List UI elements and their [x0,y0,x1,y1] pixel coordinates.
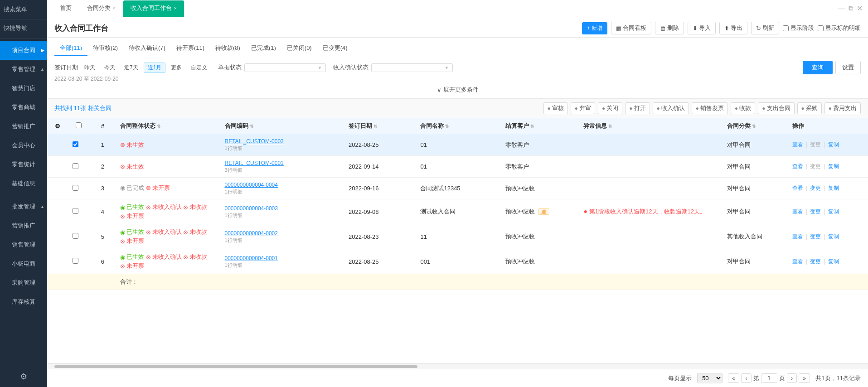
page-size-select[interactable]: 10 20 50 100 [697,373,723,383]
td-check-5[interactable] [68,224,90,249]
filter-tab-pending-review[interactable]: 待审核(2) [87,41,123,56]
horizontal-scrollbar[interactable] [47,363,868,369]
copy-btn-5[interactable]: 复制 [828,233,839,241]
code-link-6[interactable]: 0000000000004-0001 [225,255,278,261]
refresh-button[interactable]: ↻ 刷新 [751,22,779,34]
sidebar-item-retail-mall[interactable]: 零售商城 [0,98,47,117]
edit-btn-2[interactable]: 变更 [810,163,821,170]
code-link-2[interactable]: RETAIL_CUSTOM-0001 [225,160,284,166]
sidebar-item-purchase-mgmt[interactable]: 采购管理 [0,273,47,292]
th-customer-sort[interactable]: 结算客户 ⇅ [505,122,534,130]
copy-btn-2[interactable]: 复制 [828,163,839,170]
th-name-sort[interactable]: 合同名称 ⇅ [420,122,449,130]
sales-invoice-button[interactable]: ● 销售发票 [692,102,728,114]
import-button[interactable]: ⬇ 导入 [688,22,716,34]
td-check-4[interactable] [68,199,90,224]
edit-btn-1[interactable]: 变更 [810,141,821,149]
row-checkbox-6[interactable] [73,258,78,264]
row-checkbox-5[interactable] [73,233,78,239]
code-link-1[interactable]: RETAIL_CUSTOM-0003 [225,138,284,145]
purchase-button[interactable]: ● 采购 [797,102,822,114]
td-check-1[interactable] [68,134,90,156]
tab-close-contract-category[interactable]: × [112,5,115,11]
view-btn-1[interactable]: 查看 [792,141,803,149]
last-page-button[interactable]: » [799,373,810,383]
th-code-sort[interactable]: 合同编码 ⇅ [225,122,253,130]
tab-contract-category[interactable]: 合同分类 × [80,0,122,17]
edit-btn-6[interactable]: 变更 [810,258,821,266]
view-btn-4[interactable]: 查看 [792,208,803,216]
td-check-6[interactable] [68,249,90,274]
page-number-input[interactable] [761,373,777,383]
td-check-3[interactable] [68,178,90,199]
sidebar-item-retail-stats[interactable]: 零售统计 [0,155,47,174]
income-confirm-select[interactable]: ▼ [371,63,453,72]
date-btn-today[interactable]: 今天 [101,63,119,73]
view-btn-3[interactable]: 查看 [792,184,803,192]
abandon-button[interactable]: ● 弃审 [571,102,595,114]
row-checkbox-3[interactable] [73,185,78,191]
sidebar-item-basic-info[interactable]: 基础信息 [0,174,47,193]
review-button[interactable]: ● 审核 [543,102,568,114]
th-error-sort[interactable]: 异常信息 ⇅ [583,122,612,130]
copy-btn-3[interactable]: 复制 [828,184,839,192]
edit-btn-5[interactable]: 变更 [810,233,821,241]
show-mark-checkbox-label[interactable]: 显示标的明细 [818,24,861,32]
close-window-icon[interactable]: ✕ [857,4,863,13]
income-confirm-button[interactable]: ● 收入确认 [653,102,689,114]
sidebar-item-project[interactable]: 项目合同 ▶ [0,41,47,60]
tab-income-contract[interactable]: 收入合同工作台 × [123,0,184,17]
fee-out-button[interactable]: ● 费用支出 [824,102,861,114]
export-button[interactable]: ⬆ 导出 [719,22,747,34]
minimize-icon[interactable]: — [838,5,845,13]
date-btn-custom[interactable]: 自定义 [187,63,211,73]
expense-out-button[interactable]: ● 支出合同 [758,102,794,114]
expand-conditions-button[interactable]: ∨ 展开更多条件 [437,86,479,94]
date-btn-more[interactable]: 更多 [167,63,185,73]
tab-home[interactable]: 首页 [53,0,79,17]
filter-tab-closed[interactable]: 已关闭(0) [281,41,317,56]
td-check-2[interactable] [68,156,90,178]
sidebar-settings[interactable]: ⚙ [0,366,47,387]
th-status-sort[interactable]: 合同整体状态 ⇅ [120,122,160,130]
date-btn-7days[interactable]: 近7天 [121,63,142,73]
date-btn-yesterday[interactable]: 昨天 [81,63,99,73]
sidebar-quick-nav[interactable]: 快捷导航 [0,19,47,37]
document-status-select[interactable]: ▼ [244,63,326,72]
set-button[interactable]: 设置 [835,61,861,74]
maximize-icon[interactable]: ⧉ [849,5,853,12]
select-all-checkbox[interactable] [76,122,82,128]
sidebar-item-marketing[interactable]: 营销推广 [0,117,47,136]
filter-tab-pending-income-confirm[interactable]: 待收入确认(7) [123,41,171,56]
filter-tab-all[interactable]: 全部(11) [54,41,87,56]
sidebar-item-smart-store[interactable]: 智慧门店 [0,79,47,98]
query-button[interactable]: 查询 [803,61,833,74]
code-link-3[interactable]: 0000000000004-0004 [225,182,278,188]
view-btn-6[interactable]: 查看 [792,258,803,266]
row-checkbox-1[interactable] [73,141,78,147]
delete-button[interactable]: 🗑 删除 [655,22,684,34]
copy-btn-6[interactable]: 复制 [828,258,839,266]
edit-btn-4[interactable]: 变更 [810,208,821,216]
filter-tab-pending-payment[interactable]: 待收款(8) [210,41,246,56]
sidebar-item-sales-mgmt[interactable]: 销售管理 [0,235,47,254]
sidebar-item-retail-mgmt[interactable]: 零售管理 [0,60,47,79]
add-button[interactable]: + 新增 [582,22,607,34]
filter-tab-changed[interactable]: 已变更(4) [317,41,353,56]
show-phase-checkbox-label[interactable]: 显示阶段 [783,24,814,32]
next-page-button[interactable]: › [787,373,797,383]
view-btn-2[interactable]: 查看 [792,163,803,170]
sidebar-search[interactable]: 搜索菜单 [0,0,47,19]
sidebar-item-xiaochang[interactable]: 小畅电商 [0,254,47,273]
code-link-4[interactable]: 0000000000004-0003 [225,205,278,212]
filter-tab-pending-invoice[interactable]: 待开票(11) [171,41,210,56]
view-btn-5[interactable]: 查看 [792,233,803,241]
sidebar-item-stock[interactable]: 库存核算 [0,292,47,311]
code-link-5[interactable]: 0000000000004-0002 [225,230,278,237]
copy-btn-1[interactable]: 复制 [828,141,839,149]
th-category-sort[interactable]: 合同分类 ⇅ [727,122,756,130]
show-mark-checkbox[interactable] [818,25,824,31]
row-checkbox-4[interactable] [73,208,78,214]
copy-btn-4[interactable]: 复制 [828,208,839,216]
close-contract-button[interactable]: ● 关闭 [598,102,622,114]
